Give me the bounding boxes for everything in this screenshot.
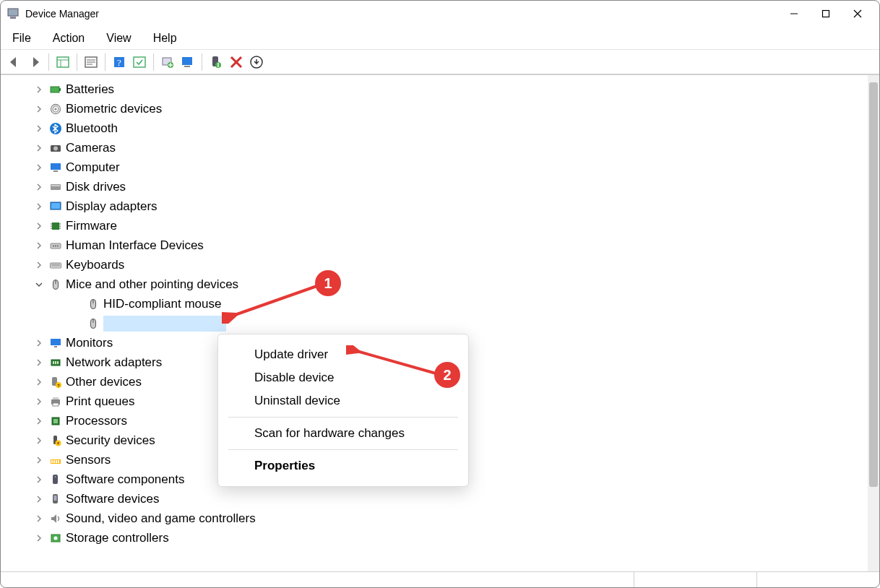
chevron-right-icon[interactable] (33, 473, 46, 486)
svg-rect-63 (55, 361, 56, 364)
back-button[interactable] (5, 53, 24, 72)
tree-node-label: Storage controllers (66, 531, 169, 545)
tree-node-computer[interactable]: Computer (8, 157, 868, 177)
hid-icon (48, 238, 63, 253)
tree-node-batteries[interactable]: Batteries (8, 79, 868, 99)
chevron-down-icon[interactable] (33, 278, 46, 291)
tree-child-selected-device[interactable] (8, 314, 868, 333)
chevron-right-icon[interactable] (33, 239, 46, 252)
scan-hardware-button[interactable] (178, 53, 197, 72)
chevron-right-icon[interactable] (33, 200, 46, 213)
svg-rect-75 (58, 442, 59, 444)
display-icon (48, 199, 63, 214)
client-area: BatteriesBiometric devicesBluetoothCamer… (1, 74, 879, 571)
camera-icon (48, 141, 63, 155)
scrollbar-thumb[interactable] (869, 82, 878, 487)
tree-node-keyboards[interactable]: Keyboards (8, 255, 868, 274)
storage-icon (48, 531, 63, 545)
tree-child-hid-compliant-mouse[interactable]: HID-compliant mouse (8, 294, 868, 314)
svg-point-47 (53, 245, 54, 246)
mouse-icon (86, 297, 100, 311)
device-tree[interactable]: BatteriesBiometric devicesBluetoothCamer… (8, 75, 868, 571)
chevron-right-icon[interactable] (33, 395, 46, 408)
chevron-right-icon[interactable] (33, 220, 46, 233)
tree-node-label: Processors (66, 414, 127, 428)
svg-rect-0 (8, 9, 18, 16)
help-button[interactable]: ? (110, 53, 129, 72)
chevron-right-icon[interactable] (33, 415, 46, 428)
svg-point-49 (57, 245, 59, 246)
disk-icon (48, 180, 63, 194)
uninstall-button[interactable] (247, 53, 266, 72)
tree-node-biometric-devices[interactable]: Biometric devices (8, 99, 868, 118)
tree-node-label: Sound, video and game controllers (66, 511, 256, 526)
svg-rect-6 (57, 57, 69, 67)
tree-node-software-devices[interactable]: Software devices (8, 489, 868, 509)
context-menu-disable-device[interactable]: Disable device (218, 366, 468, 389)
statusbar (1, 571, 879, 587)
properties-button[interactable] (82, 53, 100, 72)
tree-node-bluetooth[interactable]: Bluetooth (8, 118, 868, 138)
svg-rect-78 (53, 460, 55, 463)
tree-node-display-adapters[interactable]: Display adapters (8, 196, 868, 216)
tree-node-disk-drives[interactable]: Disk drives (8, 177, 868, 196)
tree-node-human-interface-devices[interactable]: Human Interface Devices (8, 235, 868, 255)
menu-action[interactable]: Action (48, 29, 89, 48)
svg-point-82 (55, 476, 56, 477)
chevron-right-icon[interactable] (33, 512, 46, 525)
maximize-button[interactable] (810, 3, 842, 25)
chevron-right-icon[interactable] (33, 103, 46, 116)
chevron-right-icon[interactable] (33, 493, 46, 506)
update-driver-button[interactable] (158, 53, 177, 72)
chevron-right-icon[interactable] (33, 532, 46, 545)
chevron-right-icon[interactable] (33, 356, 46, 369)
menu-help[interactable]: Help (149, 29, 181, 48)
svg-rect-81 (53, 475, 58, 484)
device-manager-window: Device Manager File Action View Help ? (0, 0, 880, 588)
chevron-right-icon[interactable] (33, 142, 46, 155)
chevron-right-icon[interactable] (33, 337, 46, 350)
svg-rect-38 (51, 203, 60, 209)
svg-rect-59 (51, 339, 61, 345)
tree-node-sound-video-and-game-controllers[interactable]: Sound, video and game controllers (8, 509, 868, 528)
context-menu-properties[interactable]: Properties (218, 454, 468, 477)
tree-node-storage-controllers[interactable]: Storage controllers (8, 528, 868, 548)
softdev-icon (48, 492, 63, 506)
tree-node-mice-and-other-pointing-devices[interactable]: Mice and other pointing devices (8, 274, 868, 294)
menu-view[interactable]: View (102, 29, 135, 48)
context-menu-scan-hardware[interactable]: Scan for hardware changes (218, 422, 468, 445)
chevron-right-icon[interactable] (33, 259, 46, 272)
network-icon (48, 355, 63, 370)
disable-button[interactable] (227, 53, 246, 72)
svg-rect-1 (10, 17, 16, 19)
tree-node-cameras[interactable]: Cameras (8, 138, 868, 157)
svg-text:?: ? (117, 57, 121, 68)
tree-node-label: Display adapters (66, 199, 158, 214)
tree-node-firmware[interactable]: Firmware (8, 216, 868, 235)
menu-file[interactable]: File (8, 29, 35, 48)
sound-icon (48, 511, 63, 526)
svg-rect-64 (57, 361, 59, 364)
vertical-scrollbar[interactable] (868, 75, 879, 571)
chevron-right-icon[interactable] (33, 454, 46, 467)
chevron-right-icon[interactable] (33, 161, 46, 174)
action-button[interactable] (130, 53, 149, 72)
window-title: Device Manager (25, 8, 99, 20)
close-button[interactable] (842, 3, 873, 25)
context-menu-update-driver[interactable]: Update driver (218, 343, 468, 366)
other-icon: ? (48, 375, 63, 389)
chevron-right-icon[interactable] (33, 181, 46, 194)
tree-node-label: Firmware (66, 219, 117, 233)
svg-rect-19 (184, 66, 190, 67)
forward-button[interactable] (25, 53, 44, 72)
chevron-right-icon[interactable] (33, 122, 46, 135)
context-menu-uninstall-device[interactable]: Uninstall device (218, 389, 468, 412)
enable-button[interactable] (207, 53, 225, 72)
minimize-button[interactable] (778, 3, 810, 25)
svg-rect-84 (54, 496, 57, 501)
chevron-right-icon[interactable] (33, 83, 46, 96)
chevron-right-icon[interactable] (33, 376, 46, 389)
tree-node-label: Computer (66, 160, 120, 175)
show-hide-button[interactable] (53, 53, 72, 72)
chevron-right-icon[interactable] (33, 434, 46, 447)
